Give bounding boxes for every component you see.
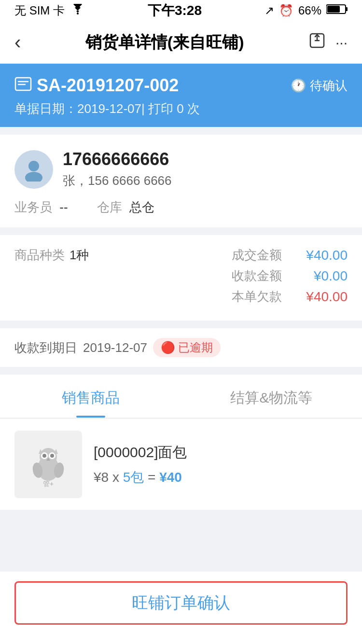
status-time: 下午3:28 [148,1,202,20]
total-value: ¥40 [159,470,182,485]
customer-card: 17666666666 张，156 6666 6666 业务员 -- 仓库 总仓 [0,135,362,227]
svg-rect-2 [346,7,348,11]
svg-point-6 [28,161,39,171]
svg-point-13 [42,454,46,458]
due-date-value: 2019-12-07 [83,340,147,355]
nav-bar: ‹ 销货单详情(来自旺铺) ··· [0,21,362,64]
tab-sales-products[interactable]: 销售商品 [0,375,181,418]
avatar [14,150,53,189]
status-right: ↗ ⏰ 66% [265,4,348,17]
owed-value: ¥40.00 [290,289,348,305]
order-header: SA-20191207-002 🕐 待确认 单据日期：2019-12-07| 打… [0,64,362,127]
equals-sign: = [148,470,155,485]
warehouse-item: 仓库 总仓 [97,199,154,216]
carrier-text: 无 SIM 卡 [14,3,65,18]
owed-row: 本单欠款 ¥40.00 [232,288,348,305]
warehouse-value: 总仓 [129,200,154,214]
deal-amount-value: ¥40.00 [290,248,348,263]
received-row: 收款金额 ¥0.00 [232,267,348,284]
svg-point-14 [50,454,54,458]
deal-amount-row: 成交金额 ¥40.00 [232,247,348,264]
alarm-icon: ⏰ [279,4,293,17]
type-value: 1种 [70,247,89,264]
product-image: 管+ [14,431,82,498]
back-button[interactable]: ‹ [14,31,21,53]
salesperson-value: -- [59,200,68,214]
battery-text: 66% [298,4,321,17]
due-date-card: 收款到期日 2019-12-07 🔴 已逾期 [0,328,362,367]
more-icon[interactable]: ··· [335,34,348,51]
salesperson-label: 业务员 [14,200,52,214]
received-value: ¥0.00 [290,268,348,284]
price-value: ¥8 [94,470,109,485]
status-clock-icon: 🕐 [291,78,306,93]
order-id: SA-20191207-002 [14,75,179,96]
product-price: ¥8 x 5包 = ¥40 [94,468,348,487]
status-left: 无 SIM 卡 [14,3,85,18]
location-icon: ↗ [265,4,274,17]
summary-card: 商品种类 1种 成交金额 ¥40.00 收款金额 ¥0.00 本单欠款 ¥40.… [0,235,362,321]
tabs: 销售商品 结算&物流等 [0,375,362,418]
overdue-icon: 🔴 [161,341,175,354]
received-label: 收款金额 [232,267,282,284]
multiply-sign: x [112,470,119,485]
product-info: [0000002]面包 ¥8 x 5包 = ¥40 [94,443,348,487]
customer-name: 张，156 6666 6666 [63,172,348,189]
confirm-order-button[interactable]: 旺铺订单确认 [14,581,348,625]
nav-left: ‹ [14,31,21,53]
type-label: 商品种类 [14,247,65,264]
qty-value: 5包 [123,470,144,485]
svg-point-0 [77,13,79,14]
order-icon [14,75,32,96]
customer-phone: 17666666666 [63,149,348,169]
deal-amount-label: 成交金额 [232,247,282,264]
summary-right: 成交金额 ¥40.00 收款金额 ¥0.00 本单欠款 ¥40.00 [232,247,348,309]
order-status: 🕐 待确认 [291,77,348,94]
product-type-row: 商品种类 1种 [14,247,89,264]
order-id-row: SA-20191207-002 🕐 待确认 [14,75,348,96]
bottom-bar: 旺铺订单确认 [0,572,362,644]
tab-settlement-logistics[interactable]: 结算&物流等 [181,375,362,418]
salesperson-item: 业务员 -- [14,199,68,216]
svg-text:管+: 管+ [43,480,54,488]
svg-rect-3 [327,6,340,13]
customer-meta: 业务员 -- 仓库 总仓 [14,199,348,216]
share-icon[interactable] [308,32,326,53]
product-name: [0000002]面包 [94,443,348,462]
summary-left: 商品种类 1种 [14,247,89,264]
nav-right: ··· [308,32,348,53]
customer-info: 17666666666 张，156 6666 6666 [63,149,348,189]
product-item: 管+ [0000002]面包 ¥8 x 5包 = ¥40 [0,419,362,510]
svg-point-7 [25,172,42,182]
status-bar: 无 SIM 卡 下午3:28 ↗ ⏰ 66% [0,0,362,21]
main-content: SA-20191207-002 🕐 待确认 单据日期：2019-12-07| 打… [0,64,362,587]
customer-row: 17666666666 张，156 6666 6666 [14,149,348,189]
overdue-badge: 🔴 已逾期 [153,338,221,357]
page-title: 销货单详情(来自旺铺) [85,31,244,54]
owed-label: 本单欠款 [232,288,282,305]
overdue-text: 已逾期 [178,340,213,355]
battery-icon [326,4,348,17]
warehouse-label: 仓库 [97,200,122,214]
due-date-label: 收款到期日 [14,339,77,356]
order-date: 单据日期：2019-12-07| 打印 0 次 [14,100,348,117]
wifi-icon [70,4,85,17]
